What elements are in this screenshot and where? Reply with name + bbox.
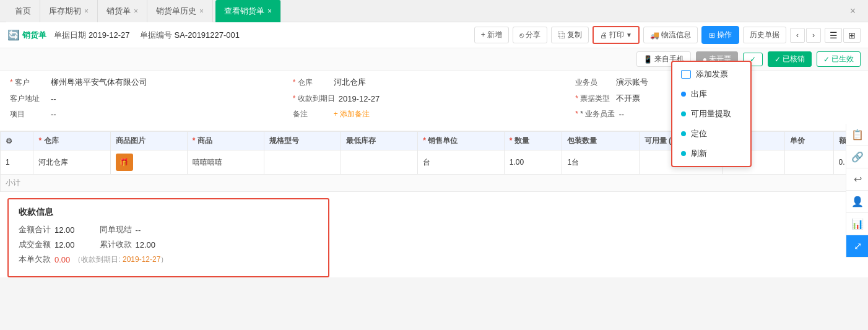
- sidebar-user-icon[interactable]: 👤: [846, 191, 868, 213]
- summary-title: 收款信息: [19, 207, 318, 218]
- effective-button[interactable]: ✓ 已生效: [817, 51, 861, 67]
- tab-inventory[interactable]: 库存期初 ×: [40, 0, 98, 22]
- ticket-type-label: 票据类型: [575, 93, 612, 104]
- locate-item[interactable]: 定位: [672, 124, 750, 144]
- due-date-value: 2019-12-27: [339, 94, 380, 103]
- subtotal-label: 小计: [1, 175, 868, 192]
- refresh-item[interactable]: 刷新: [672, 144, 750, 163]
- tab-home[interactable]: 首页: [6, 0, 40, 22]
- cancelled-icon: ✓: [775, 55, 781, 64]
- deal-amount-value: 12.00: [54, 240, 75, 250]
- project-value: --: [51, 110, 56, 119]
- sidebar-doc-icon[interactable]: 📋: [846, 124, 868, 146]
- copy-button[interactable]: ⿻ 复制: [551, 27, 589, 43]
- owed-label: 本单欠款: [19, 254, 51, 265]
- col-warehouse: 仓库: [33, 132, 110, 150]
- warehouse-value: 河北仓库: [334, 77, 366, 88]
- add-invoice-item[interactable]: 添加发票: [672, 64, 750, 84]
- operation-dropdown: 添加发票 出库 可用量提取 定位 刷新: [671, 61, 752, 167]
- logistics-button[interactable]: 🚚 物流信息: [643, 27, 698, 43]
- tab-sales-history-label: 销货单历史: [156, 6, 196, 17]
- cell-price: [785, 150, 833, 175]
- print-dropdown-arrow[interactable]: ▼: [626, 32, 632, 38]
- summary-deal-amount: 成交金额 12.00: [19, 239, 75, 250]
- cell-pack-qty: 1台: [562, 150, 639, 175]
- staff-label: 业务员: [575, 77, 612, 88]
- available-qty-label: 可用量提取: [691, 108, 731, 119]
- cell-warehouse: 河北仓库: [33, 150, 110, 175]
- outbound-icon: [681, 92, 686, 97]
- total-amount-value: 12.00: [54, 225, 75, 235]
- field-customer: 客户 柳州粤港平安气体有限公司: [10, 77, 293, 88]
- doc-meta: 单据日期 2019-12-27 单据编号 SA-20191227-001: [54, 30, 240, 41]
- tab-view-sales-close[interactable]: ×: [267, 7, 272, 15]
- cancelled-button[interactable]: ✓ 已核销: [768, 51, 812, 67]
- tab-view-sales[interactable]: 查看销货单 ×: [215, 0, 281, 22]
- tab-inventory-label: 库存期初: [49, 6, 81, 17]
- available-qty-item[interactable]: 可用量提取: [672, 104, 750, 124]
- col-setting[interactable]: ⚙: [1, 132, 33, 150]
- window-close-button[interactable]: ×: [844, 6, 862, 17]
- right-sidebar: 📋 🔗 ↩ 👤 📊 ⤢: [846, 124, 868, 258]
- add-button[interactable]: + 新增: [474, 27, 509, 43]
- salesperson-label: * 业务员孟: [575, 109, 615, 119]
- address-label: 客户地址: [10, 93, 47, 104]
- customer-value: 柳州粤港平安气体有限公司: [51, 77, 147, 88]
- list-view-button[interactable]: ☰: [825, 28, 842, 43]
- add-note-button[interactable]: + 添加备注: [334, 109, 370, 119]
- owed-note: （收款到期日: 2019-12-27）: [74, 254, 168, 265]
- sidebar-chart-icon[interactable]: 📊: [846, 213, 868, 235]
- next-button[interactable]: ›: [806, 28, 821, 43]
- col-pack-qty: 包装数量: [562, 132, 639, 150]
- tab-sales[interactable]: 销货单 ×: [98, 0, 147, 22]
- print-button[interactable]: 🖨 打印 ▼: [592, 26, 640, 44]
- operation-button[interactable]: ⊞ 操作: [701, 26, 739, 44]
- tab-sales-close[interactable]: ×: [134, 7, 138, 15]
- sidebar-link-icon[interactable]: 🔗: [846, 146, 868, 168]
- subtotal-row: 小计: [1, 175, 868, 192]
- cell-index: 1: [1, 150, 33, 175]
- invoice-icon: [681, 70, 691, 79]
- cell-sale-unit: 台: [418, 150, 504, 175]
- share-icon: ⎋: [519, 31, 524, 40]
- summary-row-3: 本单欠款 0.00 （收款到期日: 2019-12-27）: [19, 254, 318, 265]
- available-qty-icon: [681, 111, 686, 116]
- tab-sales-history-close[interactable]: ×: [199, 7, 204, 15]
- print-icon: 🖨: [600, 31, 607, 40]
- tab-sales-history[interactable]: 销货单历史 ×: [147, 0, 213, 22]
- toolbar-right: + 新增 ⎋ 分享 ⿻ 复制 🖨 打印 ▼ 🚚 物流信息: [474, 26, 861, 44]
- tab-inventory-close[interactable]: ×: [84, 7, 89, 15]
- product-image: 🎁: [116, 154, 133, 171]
- col-price: 单价: [785, 132, 833, 150]
- col-min-stock: 最低库存: [341, 132, 418, 150]
- project-label: 项目: [10, 109, 47, 119]
- sidebar-return-icon[interactable]: ↩: [846, 168, 868, 191]
- ticket-type-value: 不开票: [616, 93, 640, 104]
- outbound-item[interactable]: 出库: [672, 84, 750, 104]
- phone-icon: 📱: [643, 55, 653, 64]
- summary-owed: 本单欠款 0.00 （收款到期日: 2019-12-27）: [19, 254, 168, 265]
- warehouse-label: 仓库: [293, 77, 330, 88]
- share-button[interactable]: ⎋ 分享: [513, 27, 547, 43]
- field-warehouse: 仓库 河北仓库: [293, 77, 576, 88]
- summary-section: 收款信息 金额合计 12.00 同单现结 -- 成交金额 12.00 累计收款: [7, 198, 329, 277]
- total-receipt-label: 累计收款: [100, 239, 132, 250]
- doc-number-label: 单据编号 SA-20191227-001: [140, 30, 240, 41]
- salesperson-value: --: [618, 110, 624, 119]
- summary-row-2: 成交金额 12.00 累计收款 12.00: [19, 239, 318, 250]
- field-address: 客户地址 --: [10, 93, 293, 104]
- doc-date-label: 单据日期 2019-12-27: [54, 30, 130, 41]
- grid-view-button[interactable]: ⊞: [843, 28, 861, 43]
- summary-row-1: 金额合计 12.00 同单现结 --: [19, 224, 318, 235]
- same-settle-label: 同单现结: [100, 224, 132, 235]
- deal-amount-label: 成交金额: [19, 239, 51, 250]
- sidebar-expand-icon[interactable]: ⤢: [846, 235, 868, 258]
- locate-label: 定位: [691, 128, 707, 139]
- summary-total-receipt: 累计收款 12.00: [100, 239, 156, 250]
- prev-button[interactable]: ‹: [790, 28, 805, 43]
- view-btns: ☰ ⊞: [825, 28, 861, 43]
- cell-spec: [264, 150, 341, 175]
- cell-min-stock: [341, 150, 418, 175]
- history-button[interactable]: 历史单据: [743, 27, 786, 43]
- field-due-date: 收款到期日 2019-12-27: [293, 93, 576, 104]
